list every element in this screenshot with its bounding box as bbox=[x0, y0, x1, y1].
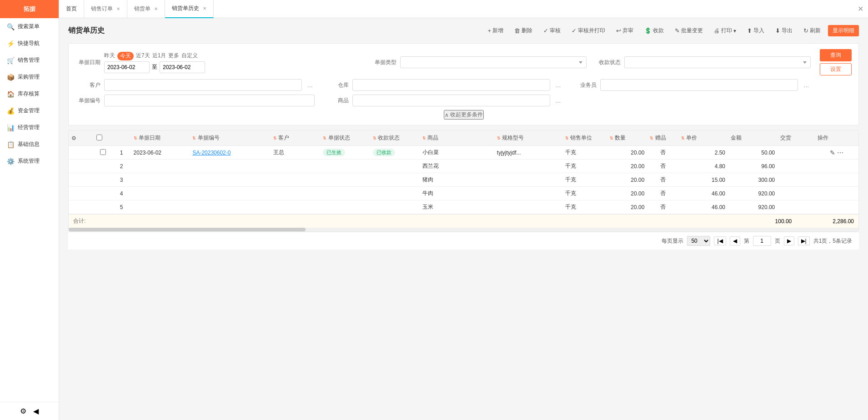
sidebar-collapse-icon[interactable]: ◀ bbox=[33, 407, 39, 415]
sidebar-item-base-info[interactable]: 📋 基础信息 bbox=[0, 136, 59, 153]
cell-billno[interactable] bbox=[190, 200, 271, 214]
cell-checkbox[interactable] bbox=[94, 173, 112, 187]
audit-print-button[interactable]: ✓ 审核并打印 bbox=[568, 25, 609, 36]
horizontal-scrollbar[interactable] bbox=[69, 228, 858, 231]
last-page-button[interactable]: ▶| bbox=[798, 236, 810, 245]
goods-input[interactable] bbox=[352, 95, 550, 106]
warehouse-picker-button[interactable]: ... bbox=[554, 81, 563, 89]
batch-change-button[interactable]: ✎ 批量变更 bbox=[671, 25, 707, 36]
sort-date-icon[interactable]: ⇅ bbox=[134, 136, 137, 140]
cell-checkbox[interactable] bbox=[94, 200, 112, 214]
sidebar-item-purchase[interactable]: 📦 采购管理 bbox=[0, 69, 59, 85]
cell-billno[interactable]: SA-20230602-0 bbox=[190, 146, 271, 160]
shortcut-today[interactable]: 今天 bbox=[117, 52, 134, 60]
export-button[interactable]: ⬇ 导出 bbox=[772, 25, 796, 36]
tab-close-sales-order[interactable]: ✕ bbox=[116, 6, 120, 11]
print-button[interactable]: 🖨 打印 ▾ bbox=[710, 25, 740, 36]
collect-button[interactable]: 💲 收款 bbox=[641, 25, 667, 36]
sidebar-item-finance[interactable]: 💰 资金管理 bbox=[0, 102, 59, 119]
tab-sales-history[interactable]: 销货单历史 ✕ bbox=[165, 0, 214, 18]
row-checkbox[interactable] bbox=[100, 149, 106, 155]
sidebar-item-inventory[interactable]: 🏠 库存核算 bbox=[0, 85, 59, 102]
sort-billstatus-icon[interactable]: ⇅ bbox=[323, 136, 326, 140]
customer-input[interactable] bbox=[104, 79, 302, 91]
settings-icon[interactable]: ⚙ bbox=[71, 135, 76, 141]
shortcut-custom[interactable]: 自定义 bbox=[181, 52, 198, 60]
sort-unit-icon[interactable]: ⇅ bbox=[565, 136, 569, 140]
tab-close-sales-history[interactable]: ✕ bbox=[203, 6, 206, 11]
col-spec-header[interactable]: ⇅ 规格型号 bbox=[494, 130, 562, 146]
first-page-button[interactable]: |◀ bbox=[714, 236, 726, 245]
bill-type-select[interactable] bbox=[400, 56, 587, 68]
edit-action-icon[interactable]: ✎ bbox=[830, 149, 835, 156]
sort-gift-icon[interactable]: ⇅ bbox=[650, 136, 653, 140]
col-unit-header[interactable]: ⇅ 销售单位 bbox=[562, 130, 607, 146]
per-page-select[interactable]: 50 100 200 bbox=[687, 236, 710, 246]
shortcut-1month[interactable]: 近1月 bbox=[152, 52, 166, 60]
col-checkbox-header[interactable] bbox=[94, 130, 112, 146]
delete-button[interactable]: 🗑 删除 bbox=[511, 25, 536, 36]
select-all-checkbox[interactable] bbox=[96, 135, 102, 140]
refresh-button[interactable]: ↻ 刷新 bbox=[800, 25, 824, 36]
cell-billno[interactable] bbox=[190, 187, 271, 200]
filter-more-button[interactable]: ∧ 收起更多条件 bbox=[444, 110, 484, 120]
col-price-header[interactable]: ⇅ 单价 bbox=[678, 130, 728, 146]
cell-checkbox[interactable] bbox=[94, 187, 112, 200]
col-gift-header[interactable]: ⇅ 赠品 bbox=[647, 130, 678, 146]
date-to-input[interactable] bbox=[160, 61, 205, 73]
col-paystatus-header[interactable]: ⇅ 收款状态 bbox=[370, 130, 420, 146]
import-button[interactable]: ⬆ 导入 bbox=[743, 25, 768, 36]
tab-sales-goods[interactable]: 销货单 ✕ bbox=[127, 0, 165, 18]
abandon-button[interactable]: ↩ 弃审 bbox=[612, 25, 637, 36]
col-goods-header[interactable]: ⇅ 商品 bbox=[420, 130, 494, 146]
page-input[interactable] bbox=[753, 236, 771, 246]
sort-goods-icon[interactable]: ⇅ bbox=[422, 136, 426, 140]
col-customer-header[interactable]: ⇅ 客户 bbox=[271, 130, 320, 146]
bill-no-link[interactable]: SA-20230602-0 bbox=[192, 150, 231, 156]
shortcut-7days[interactable]: 近7天 bbox=[136, 52, 150, 60]
scrollbar-thumb[interactable] bbox=[69, 228, 306, 231]
col-qty-header[interactable]: ⇅ 数量 bbox=[607, 130, 647, 146]
shortcut-yesterday[interactable]: 昨天 bbox=[104, 52, 115, 60]
sidebar-item-quick-nav[interactable]: ⚡ 快捷导航 bbox=[0, 35, 59, 52]
show-detail-button[interactable]: 显示明细 bbox=[828, 25, 859, 36]
col-settings-header[interactable]: ⚙ bbox=[69, 130, 94, 146]
tab-home[interactable]: 首页 bbox=[59, 0, 84, 18]
more-action-icon[interactable]: ⋯ bbox=[837, 149, 843, 156]
col-date-header[interactable]: ⇅ 单据日期 bbox=[131, 130, 190, 146]
prev-page-button[interactable]: ◀ bbox=[730, 236, 740, 245]
sort-customer-icon[interactable]: ⇅ bbox=[273, 136, 277, 140]
goods-picker-button[interactable]: ... bbox=[554, 97, 563, 104]
customer-picker-button[interactable]: ... bbox=[306, 81, 315, 89]
next-page-button[interactable]: ▶ bbox=[784, 236, 794, 245]
cell-billno[interactable] bbox=[190, 160, 271, 173]
shortcut-more[interactable]: 更多 bbox=[168, 52, 179, 60]
cell-checkbox[interactable] bbox=[94, 146, 112, 160]
sort-spec-icon[interactable]: ⇅ bbox=[497, 136, 501, 140]
sidebar-item-system[interactable]: ⚙️ 系统管理 bbox=[0, 153, 59, 170]
cell-checkbox[interactable] bbox=[94, 160, 112, 173]
salesperson-input[interactable] bbox=[600, 79, 798, 91]
col-billstatus-header[interactable]: ⇅ 单据状态 bbox=[320, 130, 370, 146]
set-button[interactable]: 设置 bbox=[820, 63, 852, 75]
tab-close-sales-goods[interactable]: ✕ bbox=[154, 6, 158, 11]
col-billno-header[interactable]: ⇅ 单据编号 bbox=[190, 130, 271, 146]
sidebar-item-operations[interactable]: 📊 经营管理 bbox=[0, 119, 59, 136]
cell-billno[interactable] bbox=[190, 173, 271, 187]
sort-billno-icon[interactable]: ⇅ bbox=[192, 136, 196, 140]
salesperson-picker-button[interactable]: ... bbox=[802, 81, 811, 89]
query-button[interactable]: 查询 bbox=[820, 49, 852, 61]
bill-no-input[interactable] bbox=[104, 95, 315, 106]
sort-price-icon[interactable]: ⇅ bbox=[681, 136, 685, 140]
sort-paystatus-icon[interactable]: ⇅ bbox=[373, 136, 376, 140]
date-from-input[interactable] bbox=[104, 61, 150, 73]
sort-qty-icon[interactable]: ⇅ bbox=[610, 136, 613, 140]
new-button[interactable]: + 新增 bbox=[484, 25, 507, 36]
tab-bar-close-all[interactable]: ✕ bbox=[858, 5, 868, 13]
pay-status-select[interactable] bbox=[624, 56, 811, 68]
tab-sales-order[interactable]: 销售订单 ✕ bbox=[84, 0, 127, 18]
sidebar-item-search-menu[interactable]: 🔍 搜索菜单 bbox=[0, 18, 59, 35]
audit-button[interactable]: ✓ 审核 bbox=[540, 25, 564, 36]
warehouse-input[interactable] bbox=[352, 79, 550, 91]
sidebar-settings-icon[interactable]: ⚙ bbox=[20, 407, 26, 415]
